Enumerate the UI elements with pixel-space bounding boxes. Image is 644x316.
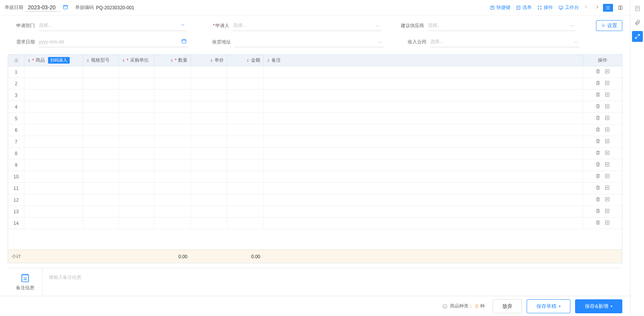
cell-spec[interactable] [83, 194, 119, 205]
cell-remark[interactable] [264, 194, 583, 205]
cell-unit[interactable] [119, 124, 155, 136]
cell-remark[interactable] [264, 124, 583, 136]
ellipsis-icon[interactable]: ··· [377, 39, 384, 45]
col-amount[interactable]: ▲▼金额 [227, 55, 264, 66]
add-row-icon[interactable] [605, 173, 610, 180]
cell-product[interactable] [24, 113, 83, 124]
add-row-icon[interactable] [605, 80, 610, 87]
cell-product[interactable] [24, 66, 83, 78]
delete-row-icon[interactable] [595, 104, 601, 110]
shortcut-button[interactable]: 快捷键 [490, 4, 510, 11]
cell-unit[interactable] [119, 113, 155, 124]
delete-row-icon[interactable] [595, 69, 601, 75]
cell-amount[interactable] [227, 206, 264, 217]
remark-input[interactable] [49, 275, 616, 280]
table-row[interactable]: 11 [8, 183, 622, 194]
cell-price[interactable] [191, 171, 227, 182]
table-row[interactable]: 5 [8, 113, 622, 124]
cell-spec[interactable] [83, 148, 119, 159]
cell-price[interactable] [191, 148, 227, 159]
bill-date-value[interactable]: 2023-03-20 [26, 3, 60, 12]
col-product[interactable]: ▲▼ *商品 扫码录入 [24, 55, 83, 66]
cell-unit[interactable] [119, 194, 155, 205]
cell-unit[interactable] [119, 136, 155, 147]
add-row-icon[interactable] [605, 208, 610, 215]
cell-unit[interactable] [119, 78, 155, 89]
delete-row-icon[interactable] [595, 162, 601, 168]
add-row-icon[interactable] [605, 197, 610, 203]
cell-unit[interactable] [119, 101, 155, 112]
applicant-select[interactable]: 选择... ··· [233, 20, 381, 31]
table-row[interactable]: 3 [8, 90, 622, 101]
cell-amount[interactable] [227, 90, 264, 101]
cell-remark[interactable] [264, 206, 583, 217]
supplier-select[interactable]: 选择... ··· [428, 20, 576, 31]
cell-qty[interactable] [155, 159, 191, 171]
cell-unit[interactable] [119, 206, 155, 217]
demand-date-input[interactable] [39, 36, 188, 47]
cell-product[interactable] [24, 78, 83, 89]
operate-button[interactable]: 操作 [537, 4, 553, 11]
cell-spec[interactable] [83, 171, 119, 182]
cell-amount[interactable] [227, 183, 264, 194]
calendar-icon[interactable] [63, 4, 68, 11]
next-icon[interactable] [594, 4, 601, 11]
table-row[interactable]: 6 [8, 124, 622, 136]
delete-row-icon[interactable] [595, 197, 601, 203]
cell-remark[interactable] [264, 66, 583, 78]
add-row-icon[interactable] [605, 185, 610, 192]
cell-price[interactable] [191, 194, 227, 205]
cell-unit[interactable] [119, 171, 155, 182]
ellipsis-icon[interactable]: ··· [569, 23, 576, 28]
cell-amount[interactable] [227, 113, 264, 124]
delete-row-icon[interactable] [595, 127, 601, 133]
delete-row-icon[interactable] [595, 80, 601, 87]
gear-icon[interactable] [8, 55, 24, 66]
cell-qty[interactable] [155, 206, 191, 217]
cell-unit[interactable] [119, 148, 155, 159]
cell-remark[interactable] [264, 218, 583, 229]
scan-tag[interactable]: 扫码录入 [48, 57, 70, 64]
add-row-icon[interactable] [605, 104, 610, 110]
cell-product[interactable] [24, 136, 83, 147]
cell-qty[interactable] [155, 124, 191, 136]
table-row[interactable]: 1 [8, 66, 622, 78]
cell-product[interactable] [24, 101, 83, 112]
cell-price[interactable] [191, 218, 227, 229]
rail-attachment-icon[interactable] [632, 17, 643, 28]
delete-row-icon[interactable] [595, 208, 601, 215]
add-row-icon[interactable] [605, 220, 610, 226]
dept-select[interactable]: 选择... [39, 20, 187, 31]
cell-product[interactable] [24, 218, 83, 229]
cell-spec[interactable] [83, 113, 119, 124]
cell-spec[interactable] [83, 90, 119, 101]
cell-amount[interactable] [227, 124, 264, 136]
calendar-icon[interactable] [180, 38, 188, 45]
cell-qty[interactable] [155, 78, 191, 89]
cell-price[interactable] [191, 101, 227, 112]
cell-amount[interactable] [227, 194, 264, 205]
cell-price[interactable] [191, 66, 227, 78]
table-row[interactable]: 8 [8, 148, 622, 159]
cell-product[interactable] [24, 148, 83, 159]
cell-unit[interactable] [119, 183, 155, 194]
cell-product[interactable] [24, 206, 83, 217]
delete-row-icon[interactable] [595, 92, 601, 98]
demand-date-field[interactable] [39, 39, 180, 45]
cell-product[interactable] [24, 159, 83, 171]
cell-unit[interactable] [119, 159, 155, 171]
cell-qty[interactable] [155, 194, 191, 205]
table-row[interactable]: 7 [8, 136, 622, 148]
cell-unit[interactable] [119, 66, 155, 78]
rail-draft-icon[interactable] [632, 3, 643, 14]
cell-amount[interactable] [227, 159, 264, 171]
cell-spec[interactable] [83, 66, 119, 78]
col-unit[interactable]: ▲▼*采购单位 [119, 55, 155, 66]
chevron-down-icon[interactable] [179, 22, 187, 28]
cell-product[interactable] [24, 124, 83, 136]
delete-row-icon[interactable] [595, 185, 601, 192]
cell-remark[interactable] [264, 113, 583, 124]
cell-remark[interactable] [264, 136, 583, 147]
cell-remark[interactable] [264, 148, 583, 159]
cell-qty[interactable] [155, 183, 191, 194]
